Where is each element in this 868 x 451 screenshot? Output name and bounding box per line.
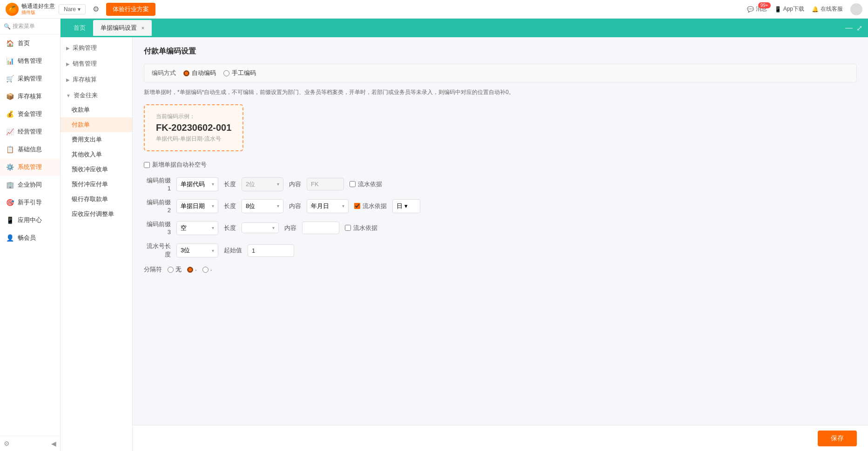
sep-dot2-option[interactable]: · [202,266,212,273]
tab-expand-icon[interactable]: ⤢ [856,24,862,33]
top-bar-controls: Nare ▾ ⚙ 体验行业方案 [59,3,155,16]
prefix2-label: 编码前缀2 [144,198,171,214]
online-service-button[interactable]: 🔔 在线客服 [812,5,843,13]
brand-icon: 🍊 [6,3,19,16]
app-icon: 📱 [6,216,14,224]
sidebar-item-guide[interactable]: 🎯 新手引导 [0,194,60,211]
auto-fill-checkbox-label[interactable]: 新增单据自动补空号 [144,161,207,169]
sep-dot2-radio[interactable] [202,267,209,273]
left-nav-item-receipt[interactable]: 收款单 [61,102,132,117]
left-nav-group-sales: ▶ 销售管理 [61,57,132,71]
length2-select[interactable]: 8位 ▾ [242,199,283,213]
sidebar-search[interactable]: 🔍 搜索菜单 [0,19,60,34]
sidebar-item-basic[interactable]: 📋 基础信息 [0,141,60,158]
sidebar-item-inventory[interactable]: 📦 库存核算 [0,88,60,105]
left-nav-item-other-income[interactable]: 其他收入单 [61,147,132,162]
left-nav-item-adjustment[interactable]: 应收应付调整单 [61,207,132,222]
left-nav-item-prepaid-payable[interactable]: 预付冲应付单 [61,177,132,192]
sep-none-radio[interactable] [168,267,174,273]
content-wrapper: 首页 单据编码设置 × — ⤢ ▶ 采购管理 [61,19,868,451]
sidebar-item-app[interactable]: 📱 应用中心 [0,211,60,229]
sep-none-option[interactable]: 无 [168,265,182,274]
settings-icon[interactable]: ⚙ [89,3,102,16]
serial2-checkbox-label[interactable]: 流水依据 [354,202,387,210]
serial1-checkbox-label[interactable]: 流水依据 [350,180,382,188]
left-nav-group-inventory-title[interactable]: ▶ 库存核算 [61,73,132,87]
tab-minimize-icon[interactable]: — [845,24,853,33]
length1-label: 长度 [224,180,236,188]
serial-length-select[interactable]: 3位 ▾ [176,243,218,257]
chevron-down-icon-2: ▼ [66,93,71,98]
settings-bottom-icon[interactable]: ⚙ [4,440,10,447]
serial3-checkbox[interactable] [345,225,351,231]
separator-label: 分隔符 [144,265,162,274]
serial3-checkbox-label[interactable]: 流水依据 [345,224,377,232]
start-value-label: 起始值 [224,246,242,255]
sidebar-item-enterprise[interactable]: 🏢 企业协同 [0,176,60,194]
select-arrow-icon-8: ▾ [272,225,275,230]
enterprise-icon: 🏢 [6,181,14,189]
inventory-icon: 📦 [6,92,14,101]
content1-label: 内容 [289,180,301,188]
messages-badge: 99+ [758,2,771,8]
auto-encode-radio[interactable] [183,70,189,76]
manual-encode-option[interactable]: 手工编码 [223,69,256,77]
prefix3-select[interactable]: 空 ▾ [176,221,218,235]
prefix1-select[interactable]: 单据代码 ▾ [176,177,218,191]
left-nav-item-expense[interactable]: 费用支出单 [61,132,132,147]
auto-fill-checkbox[interactable] [144,162,150,168]
left-nav-item-payment[interactable]: 付款单 [61,117,132,132]
length3-select[interactable]: ▾ [242,222,279,233]
search-icon: 🔍 [4,23,11,30]
tab-close-icon[interactable]: × [141,25,144,31]
sidebar-item-member[interactable]: 👤 畅会员 [0,229,60,247]
sep-dot-option[interactable]: · [187,266,197,273]
prefix3-label: 编码前缀3 [144,220,171,236]
auto-encode-option[interactable]: 自动编码 [183,69,216,77]
sep-dot-radio[interactable] [187,267,193,273]
serial-row: 流水号长度 3位 ▾ 起始值 [144,242,857,259]
sidebar-item-system[interactable]: ⚙️ 系统管理 [0,158,60,176]
top-bar: 🍊 畅通道好生意 插件版 Nare ▾ ⚙ 体验行业方案 💬 消息 99+ 📱 … [0,0,868,19]
content2-select[interactable]: 年月日 ▾ [307,199,349,213]
select-arrow-icon-3: ▾ [212,203,214,209]
sidebar-item-finance[interactable]: 💰 资金管理 [0,105,60,123]
user-avatar[interactable] [850,3,862,15]
left-nav-group-purchase-title[interactable]: ▶ 采购管理 [61,41,132,55]
prefix2-select[interactable]: 单据日期 ▾ [176,199,218,213]
messages-button[interactable]: 💬 消息 99+ [747,5,767,13]
start-value-input[interactable] [248,244,294,257]
preview-box: 当前编码示例： FK-20230602-001 单据代码-单据日期-流水号 [144,104,243,151]
tab-home[interactable]: 首页 [66,20,93,36]
top-bar-right: 💬 消息 99+ 📱 App下载 🔔 在线客服 [747,3,862,15]
serial1-checkbox[interactable] [350,181,356,187]
app-download-button[interactable]: 📱 App下载 [774,5,804,13]
left-nav-group-purchase: ▶ 采购管理 [61,41,132,55]
save-button[interactable]: 保存 [818,431,857,446]
left-nav-item-bank[interactable]: 银行存取款单 [61,192,132,207]
left-nav-group-sales-title[interactable]: ▶ 销售管理 [61,57,132,71]
select-arrow-icon-2: ▾ [277,182,279,187]
chevron-right-icon: ▶ [66,46,70,51]
company-dropdown[interactable]: Nare ▾ [59,4,86,14]
left-nav-item-prepaid-receivable[interactable]: 预收冲应收单 [61,162,132,177]
form-row-3: 编码前缀3 空 ▾ 长度 ▾ 内容 [144,220,857,236]
serial2-checkbox[interactable] [354,203,360,209]
sidebar-item-sales[interactable]: 📊 销售管理 [0,52,60,70]
select-arrow-icon-7: ▾ [212,225,214,230]
separator-radio-group: 无 · · [168,265,212,274]
day-select[interactable]: 日 ▾ [392,199,420,213]
tab-current[interactable]: 单据编码设置 × [93,20,152,36]
sidebar-item-operations[interactable]: 📈 经营管理 [0,123,60,141]
manual-encode-radio[interactable] [223,70,229,76]
content3-input[interactable] [302,222,339,234]
page-title: 付款单编码设置 [144,47,857,56]
trial-button[interactable]: 体验行业方案 [106,3,155,16]
left-nav-group-finance-title[interactable]: ▼ 资金往来 [61,88,132,102]
sidebar-bottom: ⚙ ◀ [0,436,60,451]
main-layout: 🔍 搜索菜单 🏠 首页 📊 销售管理 🛒 采购管理 📦 库存核算 💰 [0,19,868,451]
collapse-icon[interactable]: ◀ [51,440,56,447]
sidebar-item-home[interactable]: 🏠 首页 [0,34,60,52]
auto-fill-row: 新增单据自动补空号 [144,161,857,169]
sidebar-item-purchase[interactable]: 🛒 采购管理 [0,70,60,88]
